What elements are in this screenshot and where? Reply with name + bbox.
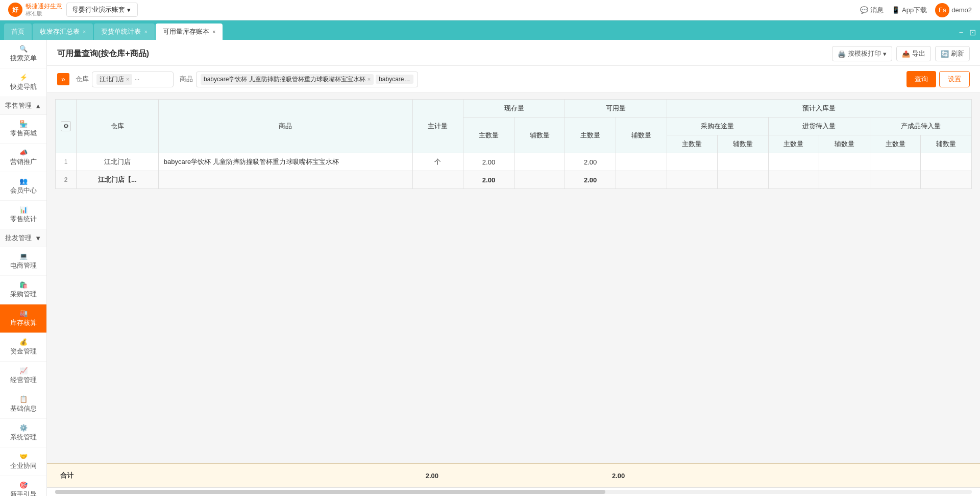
th-settings: ⚙ — [56, 100, 77, 153]
row-1-available-main: 2.00 — [565, 153, 616, 171]
sidebar-item-search[interactable]: 🔍 搜索菜单 — [0, 40, 46, 68]
th-production-main: 主数量 — [870, 135, 921, 153]
th-available-main: 主数量 — [565, 117, 616, 153]
th-arrival-sub: 辅数量 — [819, 135, 870, 153]
tab-order-stats-close[interactable]: × — [144, 29, 147, 35]
horizontal-scrollbar-thumb[interactable] — [55, 490, 605, 494]
tab-minimize-button[interactable]: － — [957, 27, 965, 38]
sidebar-item-member-center[interactable]: 👥 会员中心 — [0, 172, 46, 201]
sidebar-item-purchase-mgmt[interactable]: 🛍️ 采购管理 — [0, 276, 46, 304]
sidebar-item-inventory-check[interactable]: 🏭 库存核算 — [0, 304, 46, 333]
sidebar-item-marketing[interactable]: 📣 营销推广 — [0, 144, 46, 172]
product-tag-1-value: babycare… — [379, 76, 410, 83]
sidebar-item-enterprise-collab[interactable]: 🤝 企业协同 — [0, 447, 46, 476]
tab-bar-left: 首页 收发存汇总表 × 要货单统计表 × 可用量库存账本 × — [4, 23, 223, 40]
app-download-label: App下载 — [902, 6, 927, 15]
sidebar-item-quick-nav[interactable]: ⚡ 快捷导航 — [0, 68, 46, 97]
query-button[interactable]: 查询 — [906, 71, 936, 87]
print-icon: 🖨️ — [838, 50, 846, 58]
inventory-check-icon: 🏭 — [19, 310, 28, 317]
print-button[interactable]: 🖨️ 按模板打印 ▾ — [832, 46, 892, 61]
ecom-mgmt-icon: 💻 — [19, 252, 28, 260]
horizontal-scrollbar-track[interactable] — [55, 490, 972, 494]
filter-area: » 仓库 江北门店 × ··· 商品 babycare学饮杯 儿童防摔防撞吸管杯… — [47, 66, 980, 93]
message-label: 消息 — [870, 6, 884, 15]
product-tag-0-close[interactable]: × — [368, 76, 371, 82]
message-button[interactable]: 💬 消息 — [860, 6, 884, 15]
tab-bar-right: － ⊡ — [957, 27, 976, 40]
sidebar-item-ecom-mgmt[interactable]: 💻 电商管理 — [0, 247, 46, 276]
footer-label: 合计 — [55, 468, 79, 483]
main-layout: 🔍 搜索菜单 ⚡ 快捷导航 零售管理 ▲ 🏪 零售商城 📣 营销推广 👥 会员中… — [0, 40, 980, 496]
tab-receipt-label: 收发存汇总表 — [40, 27, 80, 36]
sidebar-item-retail-mgmt[interactable]: 零售管理 ▲ — [0, 97, 46, 115]
product-tag-0-value: babycare学饮杯 儿童防摔防撞吸管杯重力球吸嘴杯宝宝水杯 — [204, 75, 365, 84]
row-1-production-main — [870, 153, 921, 171]
th-purchase-in-group: 采购在途量 — [667, 117, 768, 135]
sidebar-item-sys-mgmt[interactable]: ⚙️ 系统管理 — [0, 419, 46, 447]
th-product: 商品 — [158, 100, 412, 153]
export-button[interactable]: 📤 导出 — [896, 46, 931, 61]
refresh-button[interactable]: 🔄 刷新 — [935, 46, 970, 61]
row-1-production-sub — [921, 153, 972, 171]
message-icon: 💬 — [860, 6, 868, 14]
warehouse-more[interactable]: ··· — [134, 76, 139, 83]
warehouse-filter: 仓库 江北门店 × ··· — [76, 72, 174, 87]
app-download-button[interactable]: 📱 App下载 — [892, 6, 927, 15]
print-dropdown-icon: ▾ — [883, 50, 887, 58]
user-profile[interactable]: Ea demo2 — [935, 3, 972, 17]
product-input[interactable]: babycare学饮杯 儿童防摔防撞吸管杯重力球吸嘴杯宝宝水杯 × babyca… — [196, 72, 418, 87]
data-table: ⚙ 仓库 商品 主计量 现存量 可用量 预计入库量 主数量 辅数量 主数量 辅数… — [55, 99, 972, 189]
industry-select[interactable]: 母婴行业演示账套 ▾ — [66, 3, 138, 17]
product-label: 商品 — [180, 75, 193, 84]
setting-button[interactable]: 设置 — [939, 71, 970, 87]
sidebar-item-retail-stats[interactable]: 📊 零售统计 — [0, 201, 46, 229]
sidebar-item-wholesale-mgmt[interactable]: 批发管理 ▼ — [0, 229, 46, 247]
row-2-purchase-sub — [718, 171, 769, 189]
product-tag-1: babycare… — [376, 75, 413, 84]
tab-bar: 首页 收发存汇总表 × 要货单统计表 × 可用量库存账本 × － ⊡ — [0, 20, 980, 40]
scrollbar-area — [47, 487, 980, 496]
tab-available-stock-label: 可用量库存账本 — [163, 27, 209, 36]
logo-text: 畅捷通好生意 — [26, 3, 62, 10]
marketing-icon: 📣 — [19, 149, 28, 156]
sidebar-item-finance-mgmt[interactable]: 💰 资金管理 — [0, 333, 46, 362]
chevron-down-icon: ▼ — [35, 234, 41, 242]
logo-text-area: 畅捷通好生意 标准版 — [26, 3, 62, 17]
refresh-label: 刷新 — [951, 49, 964, 58]
sidebar-item-retail-mall[interactable]: 🏪 零售商城 — [0, 115, 46, 144]
tab-order-stats[interactable]: 要货单统计表 × — [94, 23, 154, 40]
tab-home[interactable]: 首页 — [4, 23, 32, 40]
row-1-warehouse: 江北门店 — [77, 153, 159, 171]
row-1-purchase-main — [667, 153, 718, 171]
warehouse-input[interactable]: 江北门店 × ··· — [92, 72, 174, 87]
tab-receipt[interactable]: 收发存汇总表 × — [33, 23, 93, 40]
sidebar-item-retail-mall-label: 零售商城 — [10, 129, 37, 138]
sidebar-item-finance-mgmt-label: 资金管理 — [10, 347, 37, 356]
th-available-group: 可用量 — [565, 100, 667, 117]
row-2-available-main: 2.00 — [565, 171, 616, 189]
row-2-production-main — [870, 171, 921, 189]
sidebar-item-inventory-check-label: 库存核算 — [10, 318, 37, 327]
th-unit: 主计量 — [412, 100, 463, 153]
sidebar-item-new-guide[interactable]: 🎯 新手引导 — [0, 476, 46, 496]
retail-stats-icon: 📊 — [19, 206, 28, 214]
table-area: ⚙ 仓库 商品 主计量 现存量 可用量 预计入库量 主数量 辅数量 主数量 辅数… — [47, 93, 980, 463]
sidebar-item-ops-mgmt[interactable]: 📈 经营管理 — [0, 362, 46, 390]
row-2-product — [158, 171, 412, 189]
sidebar-item-purchase-mgmt-label: 采购管理 — [10, 290, 37, 299]
sidebar-item-basic-info[interactable]: 📋 基础信息 — [0, 390, 46, 419]
avatar: Ea — [935, 3, 949, 17]
tab-receipt-close[interactable]: × — [83, 29, 86, 35]
row-1-current-main: 2.00 — [463, 153, 514, 171]
tab-expand-button[interactable]: ⊡ — [969, 28, 976, 37]
logo-sub: 标准版 — [26, 10, 62, 17]
tab-available-stock-close[interactable]: × — [212, 29, 215, 35]
warehouse-tag: 江北门店 × — [96, 74, 132, 85]
warehouse-tag-close[interactable]: × — [126, 76, 129, 82]
sidebar-item-member-center-label: 会员中心 — [10, 186, 37, 195]
table-settings-icon[interactable]: ⚙ — [61, 121, 71, 131]
tab-available-stock[interactable]: 可用量库存账本 × — [156, 23, 223, 40]
expand-filter-button[interactable]: » — [57, 73, 69, 85]
warehouse-label: 仓库 — [76, 75, 89, 84]
